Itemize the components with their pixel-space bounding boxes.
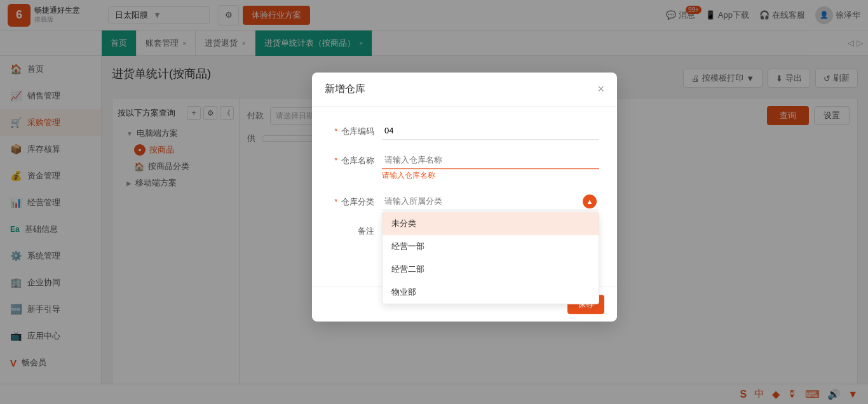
dropdown-item-uncategorized[interactable]: 未分类 — [383, 212, 599, 235]
required-star-category: * — [334, 197, 337, 206]
category-input[interactable] — [382, 192, 599, 210]
remark-label: 备注 — [330, 222, 374, 237]
code-input[interactable] — [382, 122, 599, 140]
category-dropdown-arrow[interactable]: ▲ — [583, 194, 597, 208]
dropdown-item-property[interactable]: 物业部 — [383, 281, 599, 304]
form-row-name: * 仓库名称 请输入仓库名称 — [330, 151, 599, 181]
required-star-name: * — [334, 156, 337, 165]
code-input-wrapper — [382, 122, 599, 140]
dropdown-item-ops2[interactable]: 经营二部 — [383, 258, 599, 281]
category-label: * 仓库分类 — [330, 192, 374, 208]
modal-close-button[interactable]: × — [597, 83, 604, 96]
required-star-code: * — [334, 126, 337, 136]
form-row-category: * 仓库分类 ▲ 未分类 经营一部 经营二部 物业部 — [330, 192, 599, 210]
form-row-code: * 仓库编码 — [330, 122, 599, 140]
name-label: * 仓库名称 — [330, 151, 374, 166]
name-input-wrapper: 请输入仓库名称 — [382, 151, 599, 181]
modal-title: 新增仓库 — [325, 83, 365, 96]
name-input[interactable] — [382, 151, 599, 169]
category-select-wrapper: ▲ 未分类 经营一部 经营二部 物业部 — [382, 192, 599, 210]
modal-body: * 仓库编码 * 仓库名称 请输入仓库名称 * 仓库分类 — [312, 107, 617, 286]
dropdown-item-ops1[interactable]: 经营一部 — [383, 235, 599, 258]
modal-header: 新增仓库 × — [312, 72, 617, 107]
code-label: * 仓库编码 — [330, 122, 374, 137]
category-dropdown: 未分类 经营一部 经营二部 物业部 — [382, 212, 599, 304]
name-error-message: 请输入仓库名称 — [382, 170, 599, 181]
new-warehouse-modal: 新增仓库 × * 仓库编码 * 仓库名称 请输入仓库名称 — [312, 72, 617, 321]
